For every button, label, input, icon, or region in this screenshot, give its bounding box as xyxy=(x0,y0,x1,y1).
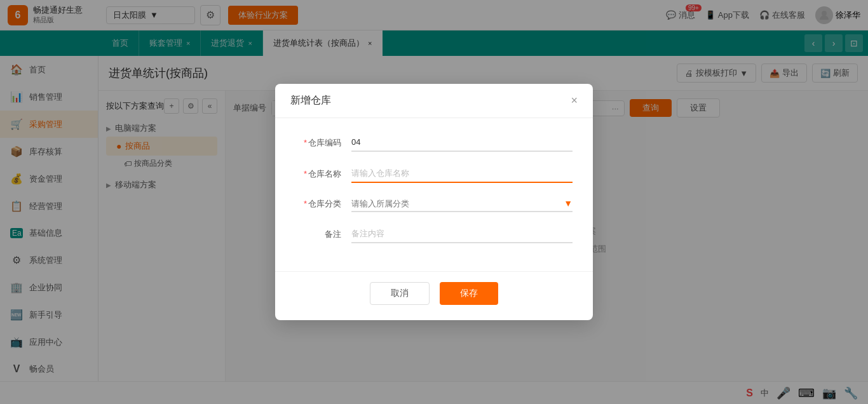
modal-footer: 取消 保存 xyxy=(275,271,593,320)
note-input[interactable] xyxy=(351,225,573,243)
category-select-wrap: ▼ xyxy=(351,196,573,212)
cancel-button[interactable]: 取消 xyxy=(370,282,430,305)
form-row-category: 仓库分类 ▼ xyxy=(295,196,573,212)
category-dropdown-icon[interactable]: ▼ xyxy=(564,198,573,208)
name-label: 仓库名称 xyxy=(295,168,341,180)
note-label: 备注 xyxy=(295,229,341,240)
code-label: 仓库编码 xyxy=(295,137,341,149)
new-warehouse-modal: 新增仓库 × 仓库编码 仓库名称 仓库分类 ▼ xyxy=(275,84,593,320)
category-label: 仓库分类 xyxy=(295,198,341,210)
name-input[interactable] xyxy=(351,165,573,183)
save-button[interactable]: 保存 xyxy=(440,282,498,305)
modal-body: 仓库编码 仓库名称 仓库分类 ▼ 备注 xyxy=(275,118,593,271)
form-row-name: 仓库名称 xyxy=(295,165,573,183)
code-input[interactable] xyxy=(351,133,573,152)
category-input[interactable] xyxy=(351,199,564,208)
form-row-code: 仓库编码 xyxy=(295,133,573,152)
modal-close-button[interactable]: × xyxy=(571,94,578,107)
modal-overlay: 新增仓库 × 仓库编码 仓库名称 仓库分类 ▼ xyxy=(0,0,868,404)
modal-title: 新增仓库 xyxy=(290,94,331,107)
modal-header: 新增仓库 × xyxy=(275,84,593,118)
form-row-note: 备注 xyxy=(295,225,573,243)
